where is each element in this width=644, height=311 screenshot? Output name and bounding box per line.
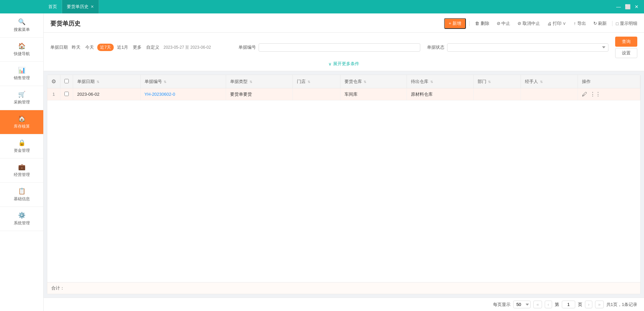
sidebar-item-basic-info[interactable]: 📋 基础信息	[0, 183, 43, 207]
cancel-suspend-button[interactable]: ⊘ 取消中止	[516, 19, 542, 28]
suspend-button[interactable]: ⊘ 中止	[495, 19, 513, 28]
tab-close-icon[interactable]: ✕	[91, 4, 94, 9]
operation-icon: 💼	[18, 163, 25, 171]
sort-dept-icon[interactable]: ⇅	[488, 80, 491, 84]
row-order-type: 要货单要货	[226, 88, 293, 100]
order-no-link[interactable]: YH-20230602-0	[145, 92, 175, 97]
table-header-row: ⚙ 单据日期 ⇅ 单据编号 ⇅	[47, 75, 640, 88]
select-all-checkbox[interactable]	[64, 79, 69, 83]
sidebar-item-purchase-label: 采购管理	[14, 99, 30, 105]
inventory-icon: 🏠	[18, 115, 25, 122]
th-action: 操作	[578, 75, 640, 88]
filter-area: 单据日期 昨天 今天 近7天 近1月 更多 自定义 2023-05-27 至 2…	[44, 33, 644, 71]
window-maximize-icon[interactable]: ⬜	[625, 4, 631, 9]
sidebar-item-sales-label: 销售管理	[14, 75, 30, 81]
date-shortcut-today[interactable]: 今天	[84, 44, 95, 51]
display-detail-button[interactable]: □ □ 显示明细 显示明细	[616, 20, 637, 27]
sidebar-item-basic-info-label: 基础信息	[14, 196, 30, 202]
filter-buttons: 查询 设置	[615, 37, 637, 58]
row-action: 🖊 ⋮⋮	[578, 88, 640, 100]
content-area: 要货单历史 + 新增 🗑 删除 ⊘ 中止 ⊘ 取消中止 🖨 🖨 打印 打印 ∨ …	[44, 13, 644, 311]
expand-more-button[interactable]: ∨ 展开更多条件	[50, 61, 637, 67]
delete-button[interactable]: 🗑 删除	[473, 19, 491, 28]
refresh-button[interactable]: ↻ 刷新	[591, 19, 609, 28]
row-req-warehouse: 车间库	[340, 88, 407, 100]
sidebar-item-quick-nav[interactable]: 🏠 快捷导航	[0, 38, 43, 62]
row-pending-warehouse: 原材料仓库	[407, 88, 474, 100]
order-number-label: 单据编号	[238, 44, 256, 50]
row-checkbox-cell	[60, 88, 73, 100]
date-filter-label: 单据日期	[50, 44, 68, 50]
row-more-icon[interactable]: ⋮⋮	[590, 91, 601, 97]
settings-button[interactable]: 设置	[615, 48, 637, 58]
divider-2	[612, 21, 612, 26]
status-label: 单据状态	[427, 44, 444, 50]
page-header: 要货单历史 + 新增 🗑 删除 ⊘ 中止 ⊘ 取消中止 🖨 🖨 打印 打印 ∨ …	[44, 13, 644, 33]
sort-pending-warehouse-icon[interactable]: ⇅	[430, 80, 433, 84]
sort-order-no-icon[interactable]: ⇅	[164, 80, 166, 84]
order-number-filter-group: 单据编号	[238, 43, 420, 52]
new-button[interactable]: + 新增	[444, 18, 466, 29]
page-input[interactable]	[562, 301, 575, 308]
status-select[interactable]	[447, 43, 608, 52]
export-button[interactable]: ↑ 导出	[572, 19, 588, 28]
sidebar-item-sales[interactable]: 📊 销售管理	[0, 62, 43, 86]
table-settings-icon[interactable]: ⚙	[51, 79, 56, 84]
page-next-button[interactable]: ›	[585, 301, 592, 308]
date-shortcut-lastmonth[interactable]: 近1月	[116, 44, 129, 51]
date-shortcut-yesterday[interactable]: 昨天	[70, 44, 82, 51]
sidebar-item-inventory-label: 库存核算	[14, 124, 30, 129]
sort-date-icon[interactable]: ⇅	[97, 80, 99, 84]
toolbar: + 新增 🗑 删除 ⊘ 中止 ⊘ 取消中止 🖨 🖨 打印 打印 ∨ ↑ 导出 ↻…	[444, 18, 637, 29]
row-edit-icon[interactable]: 🖊	[582, 91, 587, 97]
basic-info-icon: 📋	[18, 187, 25, 195]
sidebar-item-inventory[interactable]: 🏠 库存核算	[0, 110, 43, 134]
th-handler: 经手人 ⇅	[521, 75, 578, 88]
order-number-input[interactable]	[259, 43, 420, 52]
row-handler	[521, 88, 578, 100]
pagination-bar: 每页显示 50 20 100 « ‹ 第 页 › » 共1页，1条记录	[44, 298, 644, 311]
sidebar-item-finance-label: 资金管理	[14, 148, 30, 153]
sidebar-item-finance[interactable]: 🔒 资金管理	[0, 134, 43, 159]
th-store-label: 门店	[297, 79, 306, 84]
tab-home-label: 首页	[48, 4, 57, 10]
date-shortcut-last7days[interactable]: 近7天	[97, 44, 114, 51]
print-button[interactable]: 🖨 🖨 打印 打印 ∨	[545, 19, 569, 28]
query-button[interactable]: 查询	[615, 37, 637, 47]
row-num: 1	[47, 88, 60, 100]
sidebar: 🔍 搜索菜单 🏠 快捷导航 📊 销售管理 🛒 采购管理 🏠 库存核算 🔒 资金管…	[0, 13, 44, 311]
finance-icon: 🔒	[18, 139, 25, 146]
th-order-type: 单据类型 ⇅	[226, 75, 293, 88]
tab-home[interactable]: 首页	[44, 0, 62, 13]
sidebar-item-system[interactable]: ⚙️ 系统管理	[0, 207, 43, 231]
th-req-warehouse-label: 要货仓库	[344, 79, 362, 84]
date-filter-group: 单据日期 昨天 今天 近7天 近1月 更多 自定义 2023-05-27 至 2…	[50, 44, 232, 51]
sidebar-item-operation-label: 经营管理	[14, 172, 30, 178]
row-checkbox[interactable]	[64, 92, 69, 96]
date-shortcut-more[interactable]: 更多	[131, 44, 143, 51]
main-layout: 🔍 搜索菜单 🏠 快捷导航 📊 销售管理 🛒 采购管理 🏠 库存核算 🔒 资金管…	[0, 13, 644, 311]
row-order-no: YH-20230602-0	[140, 88, 226, 100]
sidebar-item-operation[interactable]: 💼 经营管理	[0, 159, 43, 183]
th-req-warehouse: 要货仓库 ⇅	[340, 75, 407, 88]
page-first-button[interactable]: «	[533, 301, 542, 308]
date-shortcut-custom[interactable]: 自定义	[145, 44, 161, 51]
window-close-icon[interactable]: ✕	[635, 4, 639, 9]
sidebar-item-purchase[interactable]: 🛒 采购管理	[0, 86, 43, 110]
window-minimize-icon[interactable]: —	[616, 4, 621, 9]
search-icon: 🔍	[18, 18, 25, 26]
system-icon: ⚙️	[18, 212, 25, 219]
print-icon: 🖨	[547, 21, 552, 26]
page-prev-button[interactable]: ‹	[545, 301, 552, 308]
sort-order-type-icon[interactable]: ⇅	[250, 80, 252, 84]
top-bar-right: — ⬜ ✕	[616, 4, 644, 9]
sort-handler-icon[interactable]: ⇅	[540, 80, 543, 84]
sidebar-item-search-menu[interactable]: 🔍 搜索菜单	[0, 13, 43, 38]
page-last-button[interactable]: »	[595, 301, 603, 308]
page-size-select[interactable]: 50 20 100	[513, 301, 531, 308]
sort-store-icon[interactable]: ⇅	[308, 80, 310, 84]
tab-order-history[interactable]: 要货单历史 ✕	[62, 0, 99, 13]
checkbox-icon: □	[616, 21, 619, 26]
sort-req-warehouse-icon[interactable]: ⇅	[364, 80, 366, 84]
th-pending-warehouse-label: 待出仓库	[411, 79, 428, 84]
